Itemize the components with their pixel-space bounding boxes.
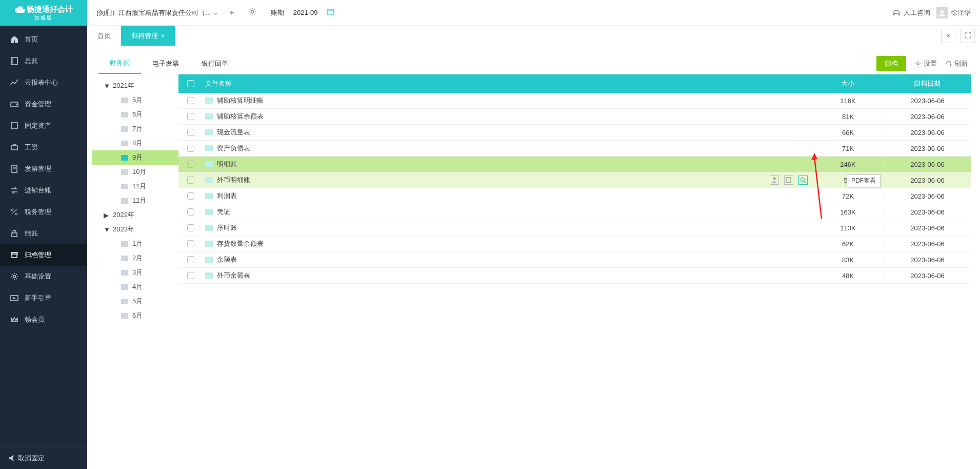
tree-month-active[interactable]: 9月 (92, 150, 178, 165)
table-row[interactable]: 明细账246K2023-06-06 (178, 157, 971, 172)
file-size: 62K (812, 240, 884, 248)
sidebar-item-label: 结账 (25, 229, 38, 238)
sidebar-item-home[interactable]: 首页 (0, 29, 87, 50)
tree-month[interactable]: 5月 (92, 93, 178, 107)
subtab-finance[interactable]: 财务账 (98, 53, 141, 74)
sidebar-item-archive[interactable]: 归档管理 (0, 244, 87, 266)
preview-icon[interactable] (798, 175, 808, 185)
tab-archive[interactable]: 归档管理× (121, 26, 175, 46)
company-settings-button[interactable] (245, 8, 259, 18)
sidebar-unpin[interactable]: ⮜ 取消固定 (0, 447, 87, 469)
sidebar-item-tax[interactable]: 税务管理 (0, 201, 87, 223)
table-row[interactable]: 凭证163K2023-06-06 (178, 204, 971, 220)
tree-month[interactable]: 6月 (92, 308, 178, 323)
table-row[interactable]: 资产负债表71K2023-06-06 (178, 141, 971, 157)
tree-month[interactable]: 10月 (92, 165, 178, 179)
close-all-button[interactable]: × (941, 29, 955, 43)
sidebar-item-ledger[interactable]: 总账 (0, 50, 87, 72)
select-all-checkbox[interactable] (187, 80, 194, 87)
row-checkbox[interactable] (187, 256, 194, 263)
subtab-einvoice[interactable]: 电子发票 (141, 54, 190, 73)
row-checkbox[interactable] (187, 192, 194, 200)
row-checkbox[interactable] (187, 177, 194, 184)
fullscreen-button[interactable]: ⛶ (961, 29, 975, 43)
tree-month[interactable]: 5月 (92, 294, 178, 308)
sidebar-item-guide[interactable]: 新手引导 (0, 287, 87, 309)
tree-month[interactable]: 1月 (92, 237, 178, 251)
table-row[interactable]: 存货数量余额表62K2023-06-06 (178, 236, 971, 252)
sidebar-item-payroll[interactable]: 工资 (0, 136, 87, 158)
sidebar-item-member[interactable]: 畅会员 (0, 309, 87, 330)
subtab-bank[interactable]: 银行回单 (190, 54, 239, 73)
sidebar-item-label: 税务管理 (25, 207, 51, 217)
tree-month[interactable]: 2月 (92, 251, 178, 265)
calendar-icon[interactable] (327, 8, 334, 17)
export-icon[interactable] (770, 175, 779, 185)
tab-home[interactable]: 首页 (87, 26, 121, 46)
refresh-button[interactable]: 刷新 (945, 59, 968, 68)
sidebar: 畅捷通好会计 旗舰版 首页 总账 云报表中心 资金管理 固定资产 工资 发票管理… (0, 0, 87, 469)
period-value[interactable]: 2021-09 (293, 9, 318, 16)
support-button[interactable]: 人工咨询 (892, 8, 930, 17)
caret-right-icon: ▶ (104, 211, 109, 219)
close-icon[interactable]: × (161, 32, 165, 40)
row-checkbox[interactable] (187, 161, 194, 168)
tree-month[interactable]: 3月 (92, 265, 178, 280)
folder-icon (121, 198, 128, 204)
row-checkbox[interactable] (187, 129, 194, 136)
row-checkbox[interactable] (187, 113, 194, 120)
row-checkbox[interactable] (187, 240, 194, 247)
file-date: 2023-06-06 (884, 192, 971, 200)
table-row[interactable]: 辅助核算明细账116K2023-06-06 (178, 93, 971, 109)
pdf-view-tooltip: PDF查看 (847, 174, 881, 187)
file-date: 2023-06-06 (884, 113, 971, 121)
tree-month[interactable]: 8月 (92, 136, 178, 150)
user-menu[interactable]: 徐泽华 (936, 7, 971, 18)
row-checkbox[interactable] (187, 272, 194, 279)
sidebar-item-closing[interactable]: 结账 (0, 223, 87, 244)
tree-month[interactable]: 4月 (92, 280, 178, 294)
svg-point-3 (16, 104, 17, 105)
tree-month[interactable]: 7月 (92, 122, 178, 136)
table-row[interactable]: 现金流量表66K2023-06-06 (178, 125, 971, 141)
row-checkbox[interactable] (187, 145, 194, 152)
tree-month[interactable]: 12月 (92, 193, 178, 208)
row-checkbox[interactable] (187, 224, 194, 231)
table-row[interactable]: 外币明细账5K2023-06-06PDF查看 (178, 172, 971, 188)
file-name: 外币余额表 (217, 271, 250, 280)
sidebar-item-inventory[interactable]: 进销台账 (0, 180, 87, 201)
table-row[interactable]: 外币余额表48K2023-06-06 (178, 268, 971, 284)
sidebar-item-funds[interactable]: 资金管理 (0, 93, 87, 115)
sidebar-item-label: 工资 (25, 143, 38, 152)
caret-down-icon: ▼ (104, 82, 109, 90)
sidebar-item-label: 归档管理 (25, 250, 51, 260)
pdf-icon[interactable] (784, 175, 793, 185)
tree-year-2022[interactable]: ▶2022年 (92, 208, 178, 222)
tree-month[interactable]: 11月 (92, 179, 178, 193)
table-row[interactable]: 利润表72K2023-06-06 (178, 188, 971, 204)
sidebar-item-reports[interactable]: 云报表中心 (0, 72, 87, 93)
table-row[interactable]: 辅助核算余额表81K2023-06-06 (178, 109, 971, 125)
sidebar-item-fixed-assets[interactable]: 固定资产 (0, 115, 87, 136)
gear-icon (10, 272, 18, 281)
table-row[interactable]: 余额表83K2023-06-06 (178, 252, 971, 268)
company-selector[interactable]: (勿删）江西服宝精品有限责任公司（... ⌄ (96, 8, 218, 17)
table-row[interactable]: 序时账113K2023-06-06 (178, 220, 971, 236)
avatar (936, 7, 948, 18)
folder-icon (205, 193, 213, 199)
settings-button[interactable]: 设置 (914, 59, 937, 68)
file-size: 66K (812, 129, 884, 136)
tree-year-2023[interactable]: ▼2023年 (92, 222, 178, 237)
tree-month[interactable]: 6月 (92, 107, 178, 122)
file-name: 序时账 (217, 223, 237, 232)
archive-button[interactable]: 归档 (876, 56, 906, 71)
row-checkbox[interactable] (187, 97, 194, 104)
tree-year-2021[interactable]: ▼2021年 (92, 79, 178, 93)
row-checkbox[interactable] (187, 208, 194, 216)
play-icon (10, 294, 18, 302)
book-icon (10, 57, 18, 65)
sidebar-item-invoice[interactable]: 发票管理 (0, 158, 87, 180)
add-company-button[interactable]: + (225, 8, 239, 17)
file-size: 246K (812, 161, 884, 168)
sidebar-item-settings[interactable]: 基础设置 (0, 266, 87, 287)
